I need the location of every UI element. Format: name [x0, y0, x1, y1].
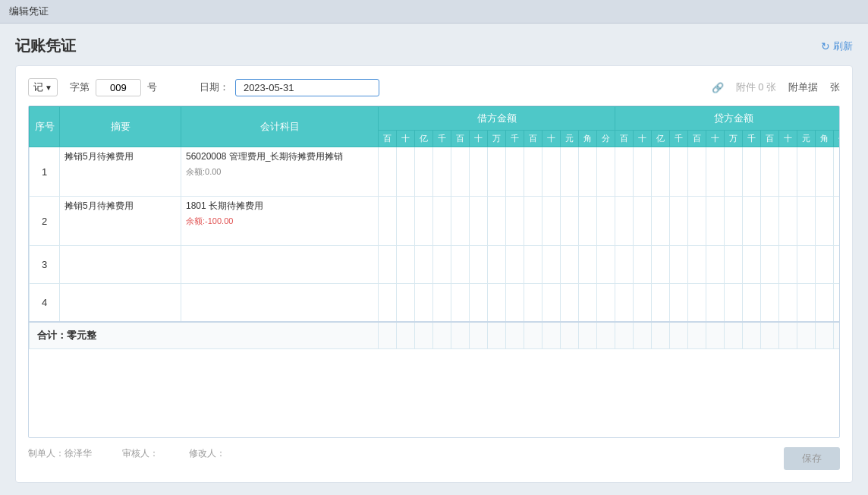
row-4-debit-10[interactable] — [542, 284, 561, 322]
row-3-credit-12[interactable] — [816, 246, 834, 284]
table-row[interactable]: 3 — [30, 246, 841, 284]
row-3-debit-9[interactable] — [524, 246, 542, 284]
row-2-credit-5[interactable] — [688, 197, 706, 246]
row-3-debit-2[interactable] — [397, 246, 415, 284]
row-4-debit-8[interactable] — [506, 284, 524, 322]
row-1-debit-2[interactable] — [397, 147, 415, 197]
row-2-credit-4[interactable] — [670, 197, 688, 246]
row-2-credit-10[interactable] — [779, 197, 797, 246]
row-4-credit-1[interactable] — [615, 284, 634, 322]
refresh-button[interactable]: ↻ 刷新 — [821, 39, 853, 53]
row-3-account[interactable] — [181, 246, 379, 284]
row-4-credit-6[interactable] — [706, 284, 725, 322]
row-1-credit-13[interactable] — [834, 147, 840, 197]
row-3-credit-10[interactable] — [779, 246, 797, 284]
row-4-debit-2[interactable] — [397, 284, 415, 322]
row-3-debit-5[interactable] — [451, 246, 470, 284]
row-2-debit-4[interactable] — [433, 197, 451, 246]
row-2-debit-11[interactable] — [561, 197, 579, 246]
row-3-debit-6[interactable] — [470, 246, 488, 284]
row-4-debit-3[interactable] — [415, 284, 433, 322]
row-2-credit-3[interactable] — [652, 197, 670, 246]
row-1-debit-6[interactable] — [470, 147, 488, 197]
row-4-debit-1[interactable] — [379, 284, 397, 322]
row-2-credit-7[interactable] — [725, 197, 743, 246]
row-1-credit-6[interactable] — [706, 147, 725, 197]
row-3-credit-7[interactable] — [725, 246, 743, 284]
row-1-debit-13[interactable] — [597, 147, 615, 197]
row-1-credit-5[interactable] — [688, 147, 706, 197]
table-row[interactable]: 1摊销5月待摊费用56020008 管理费用_长期待摊费用摊销余额:0.00 — [30, 147, 841, 197]
row-3-credit-6[interactable] — [706, 246, 725, 284]
row-3-debit-7[interactable] — [488, 246, 506, 284]
row-4-summary[interactable] — [60, 284, 181, 322]
number-input[interactable] — [96, 79, 141, 96]
row-1-credit-3[interactable] — [652, 147, 670, 197]
row-2-debit-12[interactable] — [579, 197, 597, 246]
row-4-account[interactable] — [181, 284, 379, 322]
row-1-debit-5[interactable] — [451, 147, 470, 197]
attach-single-label[interactable]: 附单据 — [788, 80, 818, 94]
row-3-debit-10[interactable] — [542, 246, 561, 284]
row-4-debit-4[interactable] — [433, 284, 451, 322]
row-4-debit-9[interactable] — [524, 284, 542, 322]
row-1-credit-7[interactable] — [725, 147, 743, 197]
row-3-credit-13[interactable] — [834, 246, 840, 284]
row-1-debit-4[interactable] — [433, 147, 451, 197]
row-1-credit-8[interactable] — [743, 147, 761, 197]
row-2-summary[interactable]: 摊销5月待摊费用 — [60, 197, 181, 246]
row-2-credit-1[interactable] — [615, 197, 634, 246]
row-3-credit-5[interactable] — [688, 246, 706, 284]
row-3-debit-4[interactable] — [433, 246, 451, 284]
row-3-credit-8[interactable] — [743, 246, 761, 284]
row-1-debit-12[interactable] — [579, 147, 597, 197]
row-3-debit-12[interactable] — [579, 246, 597, 284]
row-4-credit-3[interactable] — [652, 284, 670, 322]
row-4-debit-7[interactable] — [488, 284, 506, 322]
row-2-account[interactable]: 1801 长期待摊费用余额:-100.00 — [181, 197, 379, 246]
row-3-credit-11[interactable] — [797, 246, 816, 284]
row-4-credit-13[interactable] — [834, 284, 840, 322]
row-1-debit-10[interactable] — [542, 147, 561, 197]
row-4-debit-11[interactable] — [561, 284, 579, 322]
row-2-credit-6[interactable] — [706, 197, 725, 246]
type-select[interactable]: 记 ▼ — [28, 78, 58, 96]
row-4-credit-10[interactable] — [779, 284, 797, 322]
row-1-debit-9[interactable] — [524, 147, 542, 197]
row-4-debit-5[interactable] — [451, 284, 470, 322]
row-3-debit-11[interactable] — [561, 246, 579, 284]
row-4-debit-6[interactable] — [470, 284, 488, 322]
row-1-credit-10[interactable] — [779, 147, 797, 197]
row-3-summary[interactable] — [60, 246, 181, 284]
row-3-credit-3[interactable] — [652, 246, 670, 284]
row-4-debit-12[interactable] — [579, 284, 597, 322]
row-2-debit-6[interactable] — [470, 197, 488, 246]
row-1-credit-12[interactable] — [816, 147, 834, 197]
row-3-debit-3[interactable] — [415, 246, 433, 284]
row-3-credit-1[interactable] — [615, 246, 634, 284]
row-2-credit-13[interactable] — [834, 197, 840, 246]
row-4-credit-4[interactable] — [670, 284, 688, 322]
row-2-debit-8[interactable] — [506, 197, 524, 246]
table-row[interactable]: 2摊销5月待摊费用1801 长期待摊费用余额:-100.00 — [30, 197, 841, 246]
row-3-debit-13[interactable] — [597, 246, 615, 284]
row-4-credit-5[interactable] — [688, 284, 706, 322]
row-2-debit-1[interactable] — [379, 197, 397, 246]
row-2-debit-9[interactable] — [524, 197, 542, 246]
row-2-debit-3[interactable] — [415, 197, 433, 246]
row-1-credit-1[interactable] — [615, 147, 634, 197]
row-4-credit-11[interactable] — [797, 284, 816, 322]
row-2-credit-2[interactable] — [634, 197, 652, 246]
row-3-credit-9[interactable] — [761, 246, 779, 284]
row-1-debit-11[interactable] — [561, 147, 579, 197]
date-input[interactable] — [235, 79, 379, 96]
table-row[interactable]: 4 — [30, 284, 841, 322]
save-button[interactable]: 保存 — [784, 447, 840, 470]
row-1-debit-1[interactable] — [379, 147, 397, 197]
row-2-credit-12[interactable] — [816, 197, 834, 246]
row-3-debit-8[interactable] — [506, 246, 524, 284]
row-1-credit-11[interactable] — [797, 147, 816, 197]
row-1-summary[interactable]: 摊销5月待摊费用 — [60, 147, 181, 197]
row-4-credit-2[interactable] — [634, 284, 652, 322]
row-1-account[interactable]: 56020008 管理费用_长期待摊费用摊销余额:0.00 — [181, 147, 379, 197]
